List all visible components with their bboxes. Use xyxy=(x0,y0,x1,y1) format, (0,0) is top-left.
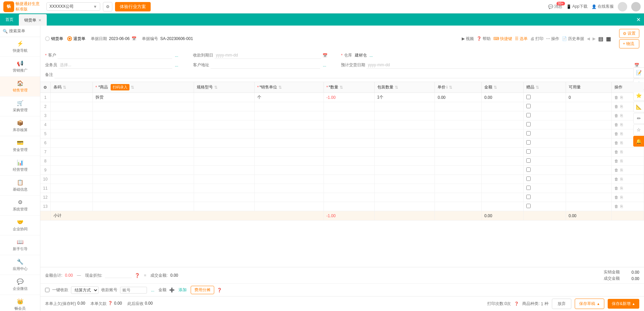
copy-row-icon[interactable]: ⎘ xyxy=(620,104,623,109)
add-btn[interactable]: 添加 xyxy=(177,287,188,293)
scan-button[interactable]: 扫码录入 xyxy=(111,84,129,90)
float-favorite-icon[interactable]: ☆ xyxy=(633,124,644,135)
tab-sale-order[interactable]: 销货单 ✕ xyxy=(19,14,47,26)
sidebar-item-system[interactable]: ⚙ 系统管理 xyxy=(0,196,40,216)
sidebar-item-marketing[interactable]: 📢 营销推广 xyxy=(0,57,40,77)
gift-checkbox[interactable] xyxy=(526,113,531,117)
delete-row-icon[interactable]: 🗑 xyxy=(614,150,618,154)
gift-checkbox[interactable] xyxy=(526,122,531,126)
copy-row-icon[interactable]: ⎘ xyxy=(620,131,623,136)
fee-help-icon[interactable]: ❓ xyxy=(217,288,222,293)
message-button[interactable]: 💬 消息 99+ xyxy=(548,4,562,9)
sort-product-icon[interactable]: ⇅ xyxy=(131,85,134,90)
sidebar-item-member[interactable]: 👑 畅会员 xyxy=(0,295,40,311)
gift-checkbox[interactable] xyxy=(526,177,531,181)
copy-row-icon[interactable]: ⎘ xyxy=(620,159,623,163)
cell-product[interactable]: 拆货 xyxy=(92,93,194,102)
copy-row-icon[interactable]: ⎘ xyxy=(620,122,623,127)
fee-split-button[interactable]: 费用分摊 xyxy=(191,286,214,294)
delete-row-icon[interactable]: 🗑 xyxy=(614,104,618,109)
gift-checkbox[interactable] xyxy=(526,95,531,99)
sort-price-icon[interactable]: ⇅ xyxy=(449,85,452,90)
float-alert-icon[interactable]: 🔔 xyxy=(633,136,644,147)
copy-row-icon[interactable]: ⎘ xyxy=(620,95,623,100)
company-selector[interactable]: XXXXXX公司 ▼ xyxy=(46,2,100,11)
help-btn[interactable]: ❓ 帮助 xyxy=(477,36,491,42)
warehouse-value[interactable]: 建材仓 xyxy=(355,52,367,58)
tab-home[interactable]: 首页 xyxy=(0,13,19,26)
delete-row-icon[interactable]: 🗑 xyxy=(614,122,618,127)
due-date-calendar-icon[interactable]: 📅 xyxy=(323,53,328,58)
sort-amount-icon[interactable]: ⇅ xyxy=(494,85,497,90)
addr-more-btn[interactable]: ... xyxy=(321,63,328,68)
due-date-input[interactable] xyxy=(215,52,321,59)
delete-row-icon[interactable]: 🗑 xyxy=(614,131,618,136)
float-pencil-icon[interactable]: ✏ xyxy=(633,113,644,124)
account-input[interactable] xyxy=(120,287,147,294)
sidebar-item-finance[interactable]: 💳 资金管理 xyxy=(0,136,40,156)
sidebar-item-purchase[interactable]: 🛒 采购管理 xyxy=(0,96,40,116)
doc-num-value[interactable]: SA-20230606-001 xyxy=(160,36,193,41)
copy-row-icon[interactable]: ⎘ xyxy=(620,177,623,182)
delete-row-icon[interactable]: 🗑 xyxy=(614,113,618,118)
history-btn[interactable]: 📄 历史单据 xyxy=(562,36,584,42)
price-info-icon[interactable]: ℹ xyxy=(446,85,448,89)
salesperson-input[interactable] xyxy=(59,62,172,69)
print-help-icon[interactable]: ❓ xyxy=(514,302,519,306)
trial-button[interactable]: 体验行业方案 xyxy=(115,2,151,11)
sort-unit-icon[interactable]: ⇅ xyxy=(278,85,282,90)
copy-row-icon[interactable]: ⎘ xyxy=(620,141,623,145)
notes-input[interactable] xyxy=(54,71,639,78)
settings-icon[interactable]: ⚙ xyxy=(103,2,112,11)
sort-gift-icon[interactable]: ⇅ xyxy=(536,85,539,90)
cell-spec[interactable] xyxy=(194,93,255,102)
sidebar-item-sales[interactable]: 🏠 销售管理 xyxy=(0,77,40,96)
cell-barcode[interactable] xyxy=(50,93,92,102)
delete-row-icon[interactable]: 🗑 xyxy=(614,204,618,209)
gift-checkbox[interactable] xyxy=(526,149,531,154)
sort-barcode-icon[interactable]: ⇅ xyxy=(63,85,66,90)
sidebar-item-wechat[interactable]: 💬 企业微信 xyxy=(0,275,40,295)
float-edit-icon[interactable]: 📝 xyxy=(633,67,644,78)
gift-checkbox[interactable] xyxy=(526,104,531,108)
sidebar-item-quick-nav[interactable]: ⚡ 快捷导航 xyxy=(0,37,40,57)
gift-checkbox[interactable] xyxy=(526,167,531,172)
sidebar-item-enterprise[interactable]: 🤝 企业协同 xyxy=(0,216,40,235)
gift-checkbox[interactable] xyxy=(526,186,531,190)
sidebar-item-inventory[interactable]: 📦 库存核算 xyxy=(0,116,40,136)
print-btn[interactable]: 🖨 打印 xyxy=(530,36,543,42)
sort-pkgqty-icon[interactable]: ⇅ xyxy=(395,85,398,90)
gift-checkbox[interactable] xyxy=(526,131,531,135)
delete-row-icon[interactable]: 🗑 xyxy=(614,168,618,172)
customer-more-btn[interactable]: ... xyxy=(174,53,180,58)
cell-amount[interactable]: 0.00 xyxy=(482,93,524,102)
warehouse-more-btn[interactable]: ... xyxy=(368,53,374,58)
delete-row-icon[interactable]: 🗑 xyxy=(614,177,618,182)
delete-row-icon[interactable]: 🗑 xyxy=(614,159,618,163)
gift-checkbox[interactable] xyxy=(526,158,531,163)
salesperson-more-btn[interactable]: ... xyxy=(174,63,180,68)
copy-row-icon[interactable]: ⎘ xyxy=(620,113,623,118)
delete-row-icon[interactable]: 🗑 xyxy=(614,95,618,100)
discount-help-icon[interactable]: ❓ xyxy=(135,273,140,278)
sort-qty-icon[interactable]: ⇅ xyxy=(340,85,343,90)
copy-row-icon[interactable]: ⎘ xyxy=(620,168,623,172)
cell-pkg-qty[interactable]: 1个 xyxy=(374,93,435,102)
sidebar-item-guide[interactable]: 📖 新手引导 xyxy=(0,235,40,255)
product-type[interactable]: 商品种类: 1 种 xyxy=(522,301,548,307)
cell-unit[interactable]: 个 xyxy=(254,93,324,102)
radio-return-order[interactable]: 退货单 xyxy=(67,36,85,42)
select-btn[interactable]: ☰ 选单 xyxy=(515,36,528,42)
cell-qty[interactable]: -1.00 xyxy=(324,93,374,102)
close-icon[interactable]: ✕ xyxy=(38,18,41,23)
tab-close-all[interactable]: ✕ xyxy=(636,16,644,23)
sidebar-item-operations[interactable]: 📊 经营管理 xyxy=(0,156,40,176)
delivery-calendar-icon[interactable]: 📅 xyxy=(634,63,639,68)
prev-icon[interactable]: ◀ xyxy=(587,36,590,41)
shortcut-btn[interactable]: ⌨ 快捷键 xyxy=(493,36,512,42)
add-icon[interactable]: ➕ xyxy=(169,287,175,293)
copy-row-icon[interactable]: ⎘ xyxy=(620,204,623,209)
save-new-button[interactable]: 保存&新增 ▲ xyxy=(608,299,639,309)
gift-checkbox[interactable] xyxy=(526,140,531,145)
setup-button[interactable]: ⚙ 设置 xyxy=(619,29,639,38)
